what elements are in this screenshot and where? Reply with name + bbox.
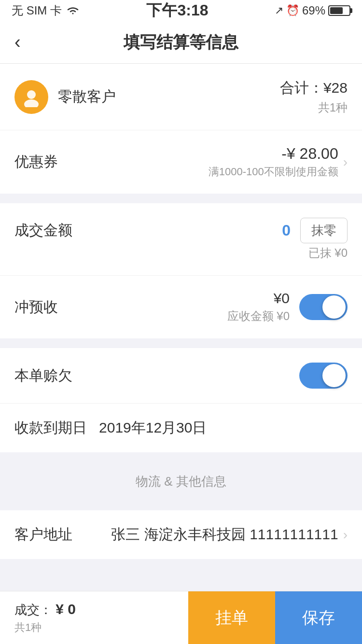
debt-section: 本单赊欠 xyxy=(0,348,362,403)
prepay-toggle[interactable] xyxy=(299,294,348,320)
avatar xyxy=(14,80,48,114)
svg-point-1 xyxy=(24,99,39,107)
prepay-amount: ¥0 xyxy=(227,290,290,307)
customer-section: 零散客户 合计：¥28 共1种 xyxy=(0,64,362,130)
divider-4 xyxy=(0,501,362,510)
alarm-icon: ⏰ xyxy=(286,4,299,17)
divider-1 xyxy=(0,194,362,203)
coupon-chevron-icon: › xyxy=(343,154,348,170)
logistics-header-text: 物流 & 其他信息 xyxy=(136,473,226,490)
logistics-header: 物流 & 其他信息 xyxy=(0,462,362,501)
divider-3 xyxy=(0,452,362,462)
prepay-row: 冲预收 ¥0 应收金额 ¥0 xyxy=(14,290,348,324)
status-time: 下午3:18 xyxy=(146,0,208,21)
status-left: 无 SIM 卡 xyxy=(12,3,80,18)
prepay-amount-wrap: ¥0 应收金额 ¥0 xyxy=(227,290,290,324)
prepay-section: 冲预收 ¥0 应收金额 ¥0 xyxy=(0,275,362,338)
coupon-section[interactable]: 优惠券 -¥ 28.00 满1000-100不限制使用金额 › xyxy=(0,130,362,194)
customer-right: 合计：¥28 共1种 xyxy=(280,78,348,115)
bottom-count: 共1种 xyxy=(14,620,174,635)
due-section: 收款到期日 2019年12月30日 xyxy=(0,403,362,452)
transaction-section: 成交金额 0 抹零 已抹 ¥0 xyxy=(0,203,362,275)
status-right: ↗ ⏰ 69% xyxy=(275,4,350,17)
address-value: 张三 海淀永丰科技园 11111111111 xyxy=(111,525,338,545)
round-zero-button[interactable]: 抹零 xyxy=(300,218,348,243)
coupon-amount: -¥ 28.00 xyxy=(209,145,338,163)
transaction-amount: 0 xyxy=(282,222,291,239)
battery-fill xyxy=(330,7,343,14)
toggle-knob xyxy=(322,295,346,319)
due-date-value: 2019年12月30日 xyxy=(99,420,207,435)
debt-toggle[interactable] xyxy=(299,363,348,389)
transaction-row: 成交金额 0 抹零 xyxy=(14,218,348,243)
location-icon: ↗ xyxy=(275,4,283,17)
prepay-right: ¥0 应收金额 ¥0 xyxy=(227,290,348,324)
transaction-sub: 已抹 ¥0 xyxy=(14,245,348,261)
debt-label: 本单赊欠 xyxy=(14,366,72,386)
address-section[interactable]: 客户地址 张三 海淀永丰科技园 11111111111 › xyxy=(0,510,362,559)
svg-point-0 xyxy=(27,90,36,99)
address-label: 客户地址 xyxy=(14,525,72,545)
due-label-text: 收款到期日 xyxy=(14,420,87,435)
back-button[interactable]: ‹ xyxy=(14,32,21,53)
coupon-desc: 满1000-100不限制使用金额 xyxy=(209,165,338,179)
address-chevron-icon: › xyxy=(343,527,348,543)
battery-percent: 69% xyxy=(302,4,325,17)
battery-icon xyxy=(328,5,350,16)
transaction-right: 0 抹零 xyxy=(282,218,348,243)
customer-total: 合计：¥28 xyxy=(280,78,348,98)
bottom-bar: 成交： ¥ 0 共1种 挂单 保存 xyxy=(0,591,362,644)
customer-name: 零散客户 xyxy=(58,87,116,107)
carrier-text: 无 SIM 卡 xyxy=(12,3,62,18)
address-right: 张三 海淀永丰科技园 11111111111 › xyxy=(111,525,348,545)
hang-order-button[interactable]: 挂单 xyxy=(188,591,275,644)
coupon-right: -¥ 28.00 满1000-100不限制使用金额 › xyxy=(209,145,348,179)
bottom-info: 成交： ¥ 0 共1种 xyxy=(0,601,188,635)
coupon-label: 优惠券 xyxy=(14,152,58,172)
status-bar: 无 SIM 卡 下午3:18 ↗ ⏰ 69% xyxy=(0,0,362,21)
customer-count: 共1种 xyxy=(280,100,348,115)
content: 零散客户 合计：¥28 共1种 优惠券 -¥ 28.00 满1000-100不限… xyxy=(0,64,362,644)
divider-2 xyxy=(0,338,362,348)
prepay-label: 冲预收 xyxy=(14,297,58,317)
due-date-label: 收款到期日 2019年12月30日 xyxy=(14,420,207,435)
bottom-deal-label: 成交： xyxy=(14,602,52,617)
transaction-label: 成交金额 xyxy=(14,221,72,240)
debt-toggle-knob xyxy=(322,364,346,387)
customer-left: 零散客户 xyxy=(14,80,116,114)
bottom-deal-amount: ¥ 0 xyxy=(56,601,76,617)
avatar-icon xyxy=(21,87,42,107)
coupon-right-wrap: -¥ 28.00 满1000-100不限制使用金额 xyxy=(209,145,338,179)
bottom-deal-row: 成交： ¥ 0 xyxy=(14,601,174,618)
page-title: 填写结算等信息 xyxy=(124,31,238,54)
nav-bar: ‹ 填写结算等信息 xyxy=(0,21,362,64)
prepay-sub: 应收金额 ¥0 xyxy=(227,308,290,324)
wifi-icon xyxy=(66,6,80,15)
save-button[interactable]: 保存 xyxy=(275,591,362,644)
